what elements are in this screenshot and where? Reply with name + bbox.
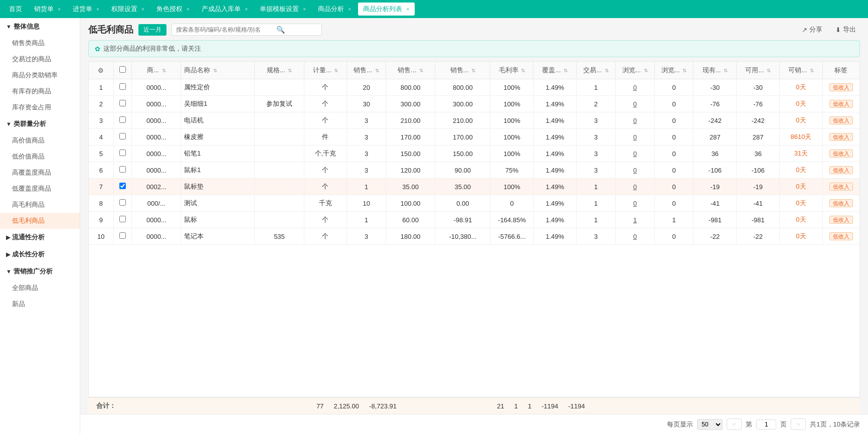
nav-product-analysis[interactable]: 商品分析 × [313, 3, 356, 16]
nav-templates-close[interactable]: × [303, 6, 306, 12]
sort-qty-icon[interactable]: ⇅ [375, 68, 379, 73]
th-sales-price[interactable]: 销售... ⇅ [386, 62, 435, 79]
row-view1[interactable]: 0 [615, 162, 654, 179]
view1-link[interactable]: 0 [633, 150, 637, 158]
sort-avail-icon[interactable]: ⇅ [767, 68, 771, 73]
sort-view2-icon[interactable]: ⇅ [682, 68, 686, 73]
row-checkbox[interactable] [113, 146, 132, 162]
sort-price-icon[interactable]: ⇅ [419, 68, 423, 73]
search-icon[interactable]: 🔍 [276, 26, 285, 34]
sidebar-group-cluster[interactable]: ▼ 类群量分析 [0, 115, 80, 132]
th-view1[interactable]: 浏览... ⇅ [615, 62, 654, 79]
row-checkbox[interactable] [113, 228, 132, 245]
th-code[interactable]: 商... ⇅ [132, 62, 181, 79]
view1-link[interactable]: 0 [633, 84, 637, 91]
search-input[interactable] [176, 26, 276, 33]
view1-link[interactable]: 0 [633, 183, 637, 191]
view1-link[interactable]: 0 [633, 167, 637, 174]
nav-analysis-list[interactable]: 商品分析列表 × [358, 3, 414, 16]
select-all-checkbox[interactable] [119, 66, 126, 73]
next-page-button[interactable]: ＞ [791, 418, 806, 430]
sidebar-item-sales-products[interactable]: 销售类商品 [0, 35, 80, 51]
sort-trade-icon[interactable]: ⇅ [605, 68, 609, 73]
sort-spec-icon[interactable]: ⇅ [288, 68, 292, 73]
th-settings[interactable]: ⚙ [89, 62, 113, 79]
view1-link[interactable]: 0 [633, 133, 637, 141]
sidebar-item-low-value[interactable]: 低价值商品 [0, 149, 80, 165]
th-gross-margin[interactable]: 毛利率 ⇅ [490, 62, 534, 79]
sidebar-item-low-margin[interactable]: 低毛利商品 [0, 213, 80, 229]
th-stock[interactable]: 现有... ⇅ [693, 62, 737, 79]
row-view1[interactable]: 0 [615, 129, 654, 146]
th-name[interactable]: 商品名称 ⇅ [181, 62, 255, 79]
prev-page-button[interactable]: ＜ [727, 418, 742, 430]
sidebar-item-all-products[interactable]: 全部商品 [0, 280, 80, 296]
nav-purchase[interactable]: 进货单 × [68, 3, 104, 16]
row-view1[interactable]: 0 [615, 112, 654, 129]
row-checkbox[interactable] [113, 79, 132, 96]
row-view1[interactable]: 0 [615, 179, 654, 195]
sidebar-item-low-coverage[interactable]: 低覆盖度商品 [0, 181, 80, 197]
nav-templates[interactable]: 单据模板设置 × [255, 3, 311, 16]
sort-unit-icon[interactable]: ⇅ [334, 68, 338, 73]
nav-roles[interactable]: 角色授权 × [151, 3, 195, 16]
nav-production[interactable]: 产成品入库单 × [197, 3, 253, 16]
th-tag[interactable]: 标签 [822, 62, 859, 79]
settings-icon[interactable]: ⚙ [98, 67, 104, 74]
th-unit[interactable]: 计量... ⇅ [304, 62, 347, 79]
share-button[interactable]: ↗ 分享 [798, 23, 826, 36]
sidebar-group-growth[interactable]: ▶ 成长性分析 [0, 246, 80, 263]
row-checkbox[interactable] [113, 112, 132, 129]
sidebar-group-marketing[interactable]: ▼ 营销推广分析 [0, 263, 80, 280]
th-coverage[interactable]: 覆盖... ⇅ [534, 62, 577, 79]
nav-analysis-close[interactable]: × [348, 6, 351, 12]
sidebar-item-high-value[interactable]: 高价值商品 [0, 132, 80, 149]
th-sales-amt[interactable]: 销售... ⇅ [435, 62, 490, 79]
row-checkbox[interactable] [113, 179, 132, 195]
sort-code-icon[interactable]: ⇅ [162, 68, 166, 73]
nav-sales-close[interactable]: × [58, 6, 61, 12]
view1-link[interactable]: 0 [633, 200, 637, 207]
view1-link[interactable]: 0 [633, 117, 637, 124]
nav-roles-close[interactable]: × [187, 6, 190, 12]
th-spec[interactable]: 规格... ⇅ [255, 62, 304, 79]
sort-stock-icon[interactable]: ⇅ [724, 68, 728, 73]
row-view1[interactable]: 0 [615, 146, 654, 162]
sort-view1-icon[interactable]: ⇅ [644, 68, 648, 73]
row-checkbox[interactable] [113, 162, 132, 179]
row-checkbox[interactable] [113, 129, 132, 146]
sidebar-item-high-margin[interactable]: 高毛利商品 [0, 197, 80, 213]
nav-analysis-list-close[interactable]: × [406, 6, 409, 12]
row-checkbox[interactable] [113, 212, 132, 228]
view1-link[interactable]: 0 [633, 100, 637, 108]
nav-sales[interactable]: 销货单 × [29, 3, 66, 16]
sidebar-item-capital[interactable]: 库存资金占用 [0, 99, 80, 115]
sort-gross-icon[interactable]: ⇅ [521, 68, 525, 73]
nav-permissions-close[interactable]: × [141, 6, 144, 12]
row-checkbox[interactable] [113, 195, 132, 212]
export-button[interactable]: ⬇ 导出 [831, 23, 860, 36]
row-checkbox[interactable] [113, 96, 132, 112]
row-view1[interactable]: 1 [615, 212, 654, 228]
th-checkbox[interactable] [113, 62, 132, 79]
nav-permissions[interactable]: 权限设置 × [106, 3, 149, 16]
row-view1[interactable]: 0 [615, 195, 654, 212]
sidebar-item-new-products[interactable]: 新品 [0, 296, 80, 312]
sidebar-item-high-coverage[interactable]: 高覆盖度商品 [0, 165, 80, 181]
row-view1[interactable]: 0 [615, 228, 654, 245]
sidebar-group-overall[interactable]: ▼ 整体信息 [0, 18, 80, 35]
sort-name-icon[interactable]: ⇅ [213, 68, 217, 73]
sort-coverage-icon[interactable]: ⇅ [564, 68, 568, 73]
sidebar-item-in-stock[interactable]: 有库存的商品 [0, 83, 80, 99]
time-filter-button[interactable]: 近一月 [138, 24, 166, 36]
per-page-select[interactable]: 50 20 100 [697, 419, 723, 430]
page-number-input[interactable] [756, 419, 776, 429]
view1-link[interactable]: 1 [633, 216, 637, 224]
row-view1[interactable]: 0 [615, 96, 654, 112]
nav-production-close[interactable]: × [245, 6, 248, 12]
th-trade[interactable]: 交易... ⇅ [577, 62, 616, 79]
nav-purchase-close[interactable]: × [96, 6, 99, 12]
nav-home[interactable]: 首页 [4, 3, 27, 16]
th-sellable[interactable]: 可销... ⇅ [780, 62, 823, 79]
sort-amt-icon[interactable]: ⇅ [471, 68, 475, 73]
